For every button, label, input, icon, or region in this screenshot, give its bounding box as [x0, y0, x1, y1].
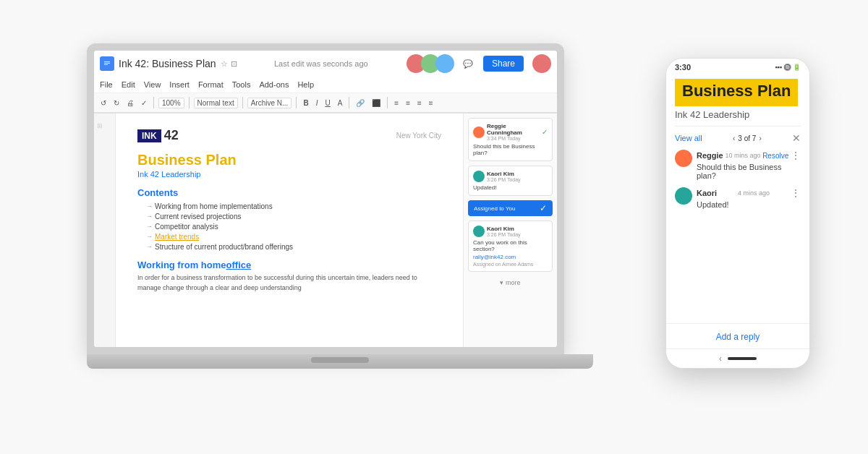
assigned-check-icon: ✓ — [540, 203, 547, 213]
doc-title: Business Plan — [137, 152, 441, 168]
laptop-screen: Ink 42: Business Plan ☆ ⊡ Last edit was … — [94, 51, 557, 347]
redo-btn[interactable]: ↻ — [111, 98, 122, 108]
phone-comment-toolbar: View all ‹ 3 of 7 › ✕ — [675, 132, 801, 144]
phone-comment-author-2: Kaori — [697, 189, 717, 197]
phone-resolve-btn-1[interactable]: Resolve — [762, 152, 788, 160]
align-right-btn[interactable]: ≡ — [415, 98, 424, 108]
doc-subtitle: Ink 42 Leadership — [137, 170, 441, 179]
menu-tools[interactable]: Tools — [232, 80, 251, 89]
assigned-comment-link[interactable]: rally@ink42.com — [473, 254, 548, 260]
list-item: Working from home implementations — [146, 202, 441, 210]
comment-time-2: 3:26 PM Today — [487, 177, 521, 182]
color-btn[interactable]: A — [336, 98, 345, 108]
doc-comments-panel: Reggie Cunningham 3:34 PM Today ✓ Should… — [463, 113, 557, 347]
laptop: Ink 42: Business Plan ☆ ⊡ Last edit was … — [87, 43, 593, 398]
menu-view[interactable]: View — [144, 80, 161, 89]
menu-help[interactable]: Help — [297, 80, 314, 89]
phone-comment-body-2: Kaori 4 mins ago ⋮ Updated! — [697, 187, 801, 209]
comment-avatar-1 — [473, 127, 485, 138]
undo-btn[interactable]: ↺ — [98, 98, 109, 108]
assigned-comment-avatar — [473, 226, 485, 237]
separator-5 — [349, 97, 349, 108]
spellcheck-btn[interactable]: ✓ — [139, 98, 149, 108]
wifi-icon: 🔘 — [783, 64, 791, 71]
phone-close-btn[interactable]: ✕ — [792, 132, 801, 144]
phone-status-bar: 3:30 ▪▪▪ 🔘 🔋 — [666, 59, 809, 73]
phone-back-arrow[interactable]: ‹ — [719, 354, 722, 364]
zoom-select[interactable]: 100% — [158, 98, 184, 108]
phone-comment-body-1: Reggie 10 mins ago Resolve ⋮ Should this… — [697, 150, 801, 180]
style-select[interactable]: Normal text — [194, 98, 238, 108]
bold-btn[interactable]: B — [301, 98, 310, 108]
phone-comment-time-1: 10 mins ago — [725, 152, 760, 159]
title-actions: ☆ ⊡ — [221, 59, 237, 69]
align-left-btn[interactable]: ≡ — [392, 98, 401, 108]
comment-author-1: Reggie Cunningham — [487, 123, 540, 136]
assigned-comment-time: 3:26 PM Today — [487, 232, 521, 237]
menu-insert[interactable]: Insert — [169, 80, 190, 89]
comment-time-1: 3:34 PM Today — [487, 136, 540, 141]
user-avatar — [532, 54, 551, 73]
phone-doc-subtitle: Ink 42 Leadership — [675, 109, 801, 120]
font-select[interactable]: Archive N... — [247, 98, 292, 108]
phone-comment-menu-1[interactable]: ⋮ — [791, 150, 801, 161]
assigned-comment-header: Kaori Kim 3:26 PM Today — [473, 226, 548, 237]
phone-time: 3:30 — [675, 63, 691, 72]
justify-btn[interactable]: ≡ — [427, 98, 435, 108]
comment-card-2: Kaori Kim 3:26 PM Today Updated! — [468, 166, 553, 196]
menu-addons[interactable]: Add-ons — [259, 80, 289, 89]
comment-check-1: ✓ — [542, 128, 548, 136]
phone-comment-avatar-1 — [675, 150, 692, 167]
phone-comment-1: Reggie 10 mins ago Resolve ⋮ Should this… — [675, 150, 801, 180]
menu-file[interactable]: File — [100, 80, 113, 89]
docs-format-bar: ↺ ↻ 🖨 ✓ 100% Normal text Archive N... B … — [94, 93, 557, 113]
underline-btn[interactable]: U — [323, 98, 332, 108]
battery-icon: 🔋 — [793, 64, 801, 71]
laptop-screen-border: Ink 42: Business Plan ☆ ⊡ Last edit was … — [87, 43, 564, 354]
ink-number: 42 — [164, 128, 179, 143]
list-item: Current revised projections — [146, 213, 441, 220]
ink-logo: INK 42 New York City — [137, 128, 441, 143]
doc-body-text: In order for a business transformation t… — [137, 273, 441, 293]
separator-1 — [153, 97, 154, 108]
assigned-banner: Assigned to You ✓ — [468, 200, 553, 216]
laptop-base — [87, 354, 593, 369]
phone-comment-2: Kaori 4 mins ago ⋮ Updated! — [675, 187, 801, 209]
share-button[interactable]: Share — [483, 56, 524, 72]
menu-format[interactable]: Format — [198, 80, 224, 89]
phone-comment-menu-2[interactable]: ⋮ — [791, 187, 801, 199]
nav-prev-icon[interactable]: ‹ — [733, 134, 735, 142]
phone-doc-title: Business Plan — [679, 80, 793, 102]
italic-btn[interactable]: I — [314, 98, 320, 108]
last-edit-text: Last edit was seconds ago — [274, 59, 368, 68]
phone-nav-count: 3 of 7 — [738, 134, 756, 142]
phone-view-all[interactable]: View all — [675, 134, 702, 142]
doc-page[interactable]: INK 42 New York City Business Plan Ink 4… — [116, 113, 463, 347]
link-btn[interactable]: 🔗 — [354, 98, 367, 108]
avatar-3 — [435, 54, 454, 73]
section2-heading: Working from homeoffice — [137, 260, 441, 270]
assigned-comment-text: Can you work on this section? — [473, 239, 548, 252]
menu-edit[interactable]: Edit — [122, 80, 135, 89]
phone-comment-text-2: Updated! — [697, 200, 801, 209]
nav-next-icon[interactable]: › — [759, 134, 761, 142]
star-icon[interactable]: ☆ — [221, 59, 228, 69]
phone-status-icons: ▪▪▪ 🔘 🔋 — [775, 64, 801, 71]
comment-icon[interactable]: 💬 — [463, 59, 473, 69]
phone-reply-btn[interactable]: Add a reply — [716, 332, 760, 342]
phone-home-indicator[interactable] — [728, 357, 757, 360]
move-icon[interactable]: ⊡ — [231, 59, 237, 69]
list-item: Structure of current product/brand offer… — [146, 243, 441, 251]
print-btn[interactable]: 🖨 — [124, 98, 136, 108]
image-btn[interactable]: ⬛ — [370, 98, 383, 108]
phone-comment-header-1: Reggie 10 mins ago Resolve ⋮ — [697, 150, 801, 161]
sidebar-icon: ⊞ — [94, 119, 115, 132]
comment-author-2: Kaori Kim — [487, 171, 521, 177]
comment-avatar-2 — [473, 171, 485, 182]
phone-nav: ‹ 3 of 7 › — [733, 134, 762, 142]
document-filename: Ink 42: Business Plan — [119, 58, 216, 69]
align-center-btn[interactable]: ≡ — [404, 98, 412, 108]
separator-2 — [189, 97, 190, 108]
comment-card-1: Reggie Cunningham 3:34 PM Today ✓ Should… — [468, 118, 553, 161]
phone-comment-time-2: 4 mins ago — [738, 189, 770, 197]
